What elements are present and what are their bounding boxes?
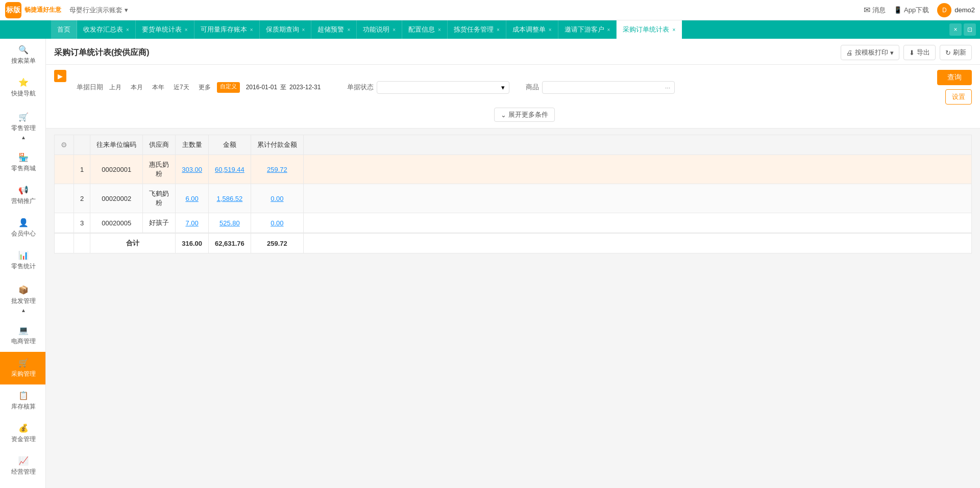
tab-purchase-stats-close[interactable]: × xyxy=(672,27,675,33)
row-3-paid-link[interactable]: 0.00 xyxy=(271,219,283,227)
filter-area: ▶ 单据日期 上月 本月 本年 近7天 更多 xyxy=(46,65,980,129)
sidebar-item-retail-manage[interactable]: 🛒 零售管理 ▲ xyxy=(0,106,45,146)
sidebar-item-marketing[interactable]: 📢 营销推广 xyxy=(0,179,45,212)
sidebar-item-search[interactable]: 🔍 搜索菜单 xyxy=(0,39,45,71)
tab-expiry-query[interactable]: 保质期查询 × xyxy=(260,20,312,39)
row-3-amount-link[interactable]: 525.80 xyxy=(219,219,240,227)
tab-overstock-alert[interactable]: 超储预警 × xyxy=(311,20,357,39)
tab-receive-pay-close[interactable]: × xyxy=(126,27,129,33)
row-1-extra xyxy=(303,155,971,184)
org-selector[interactable]: 母婴行业演示账套 ▾ xyxy=(65,4,132,17)
tab-overstock-alert-close[interactable]: × xyxy=(347,27,350,33)
row-1-amount-link[interactable]: 60,519.44 xyxy=(215,166,244,173)
row-3-amount: 525.80 xyxy=(209,213,251,234)
nav-restore-btn[interactable]: ⊡ xyxy=(964,23,976,36)
tab-invite-downstream[interactable]: 邀请下游客户 × xyxy=(558,20,617,39)
row-2-qty: 6.00 xyxy=(176,184,209,213)
expand-more-btn[interactable]: ⌄ 展开更多条件 xyxy=(494,108,555,122)
goods-input[interactable]: ··· xyxy=(542,81,675,94)
tab-picking-task-close[interactable]: × xyxy=(497,27,500,33)
main-content: 采购订单统计表(按供应商) 🖨 按模板打印 ▾ ⬇ 导出 ↻ 刷新 xyxy=(46,39,980,488)
top-bar-right: ✉ 消息 📱 App下载 D demo2 xyxy=(864,3,975,17)
row-2-extra xyxy=(303,184,971,213)
tab-function-desc[interactable]: 功能说明 × xyxy=(357,20,402,39)
tab-available-stock[interactable]: 可用量库存账本 × xyxy=(194,20,260,39)
sidebar-inventory-label: 库存核算 xyxy=(11,402,36,411)
row-2-settings xyxy=(55,184,74,213)
nav-close-btn[interactable]: × xyxy=(949,23,962,36)
user-area[interactable]: D demo2 xyxy=(937,3,975,17)
row-2-amount-link[interactable]: 1,586.52 xyxy=(217,195,243,202)
status-chevron-icon: ▾ xyxy=(501,84,505,91)
sidebar-marketing-label: 营销推广 xyxy=(11,197,36,206)
tab-cost-adjust-close[interactable]: × xyxy=(549,27,552,33)
shortcut-last-month[interactable]: 上月 xyxy=(106,82,125,93)
sidebar-item-retail-stats[interactable]: 📊 零售统计 xyxy=(0,244,45,277)
tab-home[interactable]: 首页 xyxy=(51,20,77,39)
tab-available-stock-close[interactable]: × xyxy=(250,27,253,33)
sidebar-item-operations[interactable]: 📈 经营管理 xyxy=(0,450,45,482)
col-supplier: 供应商 xyxy=(143,135,176,155)
goods-input-field[interactable] xyxy=(547,84,663,91)
date-from: 2016-01-01 xyxy=(246,84,277,91)
nav-actions: × ⊡ xyxy=(949,23,980,36)
app-download-btn[interactable]: 📱 App下载 xyxy=(894,6,929,15)
sidebar-item-retail-mall[interactable]: 🏪 零售商城 xyxy=(0,146,45,179)
logo-abbr: 标版 xyxy=(6,6,20,15)
status-select[interactable]: ▾ xyxy=(377,81,509,94)
btn-settings[interactable]: 设置 xyxy=(945,89,972,105)
tab-config-info[interactable]: 配置信息 × xyxy=(402,20,448,39)
page-header: 采购订单统计表(按供应商) 🖨 按模板打印 ▾ ⬇ 导出 ↻ 刷新 xyxy=(46,39,980,65)
sidebar-item-purchase[interactable]: 🛒 采购管理 xyxy=(0,352,45,384)
tab-order-stats-close[interactable]: × xyxy=(185,27,188,33)
sidebar-item-quick-nav[interactable]: ⭐ 快捷导航 xyxy=(0,71,45,104)
tab-purchase-stats[interactable]: 采购订单统计表 × xyxy=(617,20,682,39)
row-1-qty-link[interactable]: 303.00 xyxy=(182,166,202,173)
btn-export[interactable]: ⬇ 导出 xyxy=(903,45,936,60)
col-qty: 主数量 xyxy=(176,135,209,155)
col-settings: ⚙ xyxy=(55,135,74,155)
page-title: 采购订单统计表(按供应商) xyxy=(54,47,150,58)
tab-cost-adjust[interactable]: 成本调整单 × xyxy=(506,20,558,39)
btn-refresh-label: 刷新 xyxy=(953,48,966,57)
finance-icon: 💰 xyxy=(18,423,29,433)
filter-right-actions: 查询 设置 xyxy=(937,70,972,105)
operations-icon: 📈 xyxy=(18,456,29,466)
goods-more-icon[interactable]: ··· xyxy=(665,84,671,91)
tab-expiry-query-close[interactable]: × xyxy=(302,27,305,33)
col-unit-code: 往来单位编码 xyxy=(90,135,143,155)
row-2-paid-link[interactable]: 0.00 xyxy=(271,195,283,202)
sidebar-item-basic-info[interactable]: 📄 基础信息 xyxy=(0,484,45,488)
btn-refresh[interactable]: ↻ 刷新 xyxy=(940,45,972,60)
row-2-qty-link[interactable]: 6.00 xyxy=(185,195,198,202)
shortcut-this-year[interactable]: 本年 xyxy=(149,82,167,93)
filter-date-range: 2016-01-01 至 2023-12-31 xyxy=(246,83,321,92)
btn-template-print-label: 按模板打印 xyxy=(855,48,888,57)
row-3-index: 3 xyxy=(74,213,90,234)
shortcut-more[interactable]: 更多 xyxy=(195,82,214,93)
sidebar-item-finance[interactable]: 💰 资金管理 xyxy=(0,417,45,450)
row-1-paid-link[interactable]: 259.72 xyxy=(267,166,287,173)
tab-picking-task[interactable]: 拣货任务管理 × xyxy=(448,20,506,39)
row-3-qty-link[interactable]: 7.00 xyxy=(185,219,198,227)
tab-invite-downstream-close[interactable]: × xyxy=(607,27,610,33)
column-settings-icon[interactable]: ⚙ xyxy=(61,141,67,149)
tab-receive-pay[interactable]: 收发存汇总表 × xyxy=(77,20,136,39)
tab-function-desc-close[interactable]: × xyxy=(393,27,396,33)
custom-tag[interactable]: 自定义 xyxy=(217,82,240,93)
tab-config-info-close[interactable]: × xyxy=(438,27,441,33)
btn-query[interactable]: 查询 xyxy=(937,70,972,85)
sidebar-item-member-center[interactable]: 👤 会员中心 xyxy=(0,212,45,244)
filter-collapse-btn[interactable]: ▶ xyxy=(54,70,66,82)
tab-invite-downstream-label: 邀请下游客户 xyxy=(565,25,604,34)
tab-order-stats[interactable]: 要货单统计表 × xyxy=(136,20,194,39)
sidebar-item-ecommerce[interactable]: 💻 电商管理 xyxy=(0,319,45,352)
footer-extra xyxy=(303,233,971,253)
sidebar-item-inventory[interactable]: 📋 库存核算 xyxy=(0,384,45,417)
message-btn[interactable]: ✉ 消息 xyxy=(864,5,886,15)
shortcut-7days[interactable]: 近7天 xyxy=(170,82,192,93)
btn-template-print[interactable]: 🖨 按模板打印 ▾ xyxy=(841,45,899,60)
row-3-settings xyxy=(55,213,74,234)
sidebar-item-wholesale[interactable]: 📦 批发管理 ▲ xyxy=(0,279,45,319)
shortcut-this-month[interactable]: 本月 xyxy=(128,82,146,93)
